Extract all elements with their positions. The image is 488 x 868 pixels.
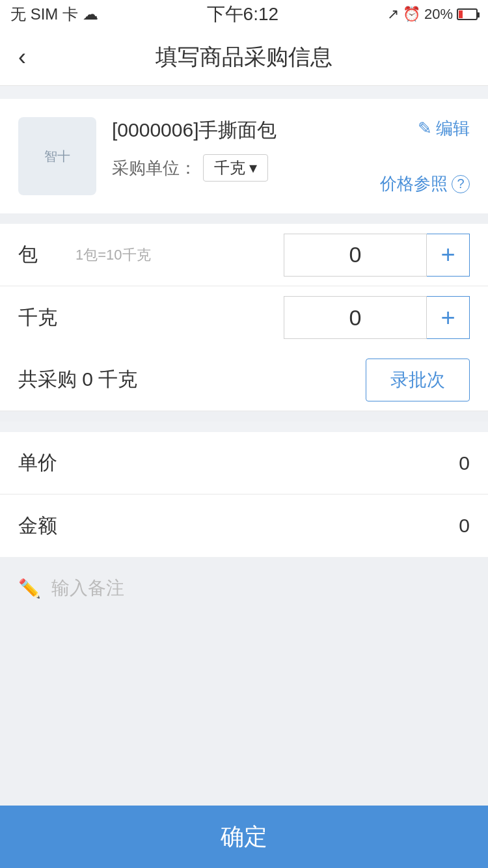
page-title: 填写商品采购信息 — [156, 42, 332, 72]
remark-section[interactable]: ✏️ 输入备注 — [0, 557, 488, 619]
no-sim-text: 无 SIM 卡 ☁ — [10, 4, 98, 25]
unit-value: 千克 — [214, 157, 245, 178]
help-icon: ? — [452, 175, 470, 193]
edit-label: 编辑 — [436, 117, 470, 140]
product-image: 智十 — [18, 117, 96, 195]
summary-text: 共采购 0 千克 — [18, 366, 137, 393]
nav-bar: ‹ 填写商品采购信息 — [0, 29, 488, 86]
kg-qty-input[interactable] — [284, 296, 427, 339]
amount-label: 金额 — [18, 513, 57, 539]
bag-input-control: + — [284, 234, 470, 277]
status-right: ↗ ⏰ 20% — [387, 6, 478, 23]
empty-space — [0, 619, 488, 815]
edit-icon: ✎ — [418, 118, 432, 139]
alarm-icon: ⏰ — [403, 6, 420, 23]
section-divider-2 — [0, 411, 488, 422]
kg-input-row: 千克 + — [0, 286, 488, 349]
unit-select[interactable]: 千克 ▾ — [203, 154, 268, 182]
input-section: 包 1包=10千克 + 千克 + — [0, 224, 488, 349]
unit-chevron-icon: ▾ — [249, 159, 257, 177]
edit-button[interactable]: ✎ 编辑 — [418, 117, 470, 140]
unit-price-value: 0 — [459, 452, 470, 474]
status-time: 下午6:12 — [207, 2, 279, 27]
kg-plus-button[interactable]: + — [427, 296, 470, 339]
status-left: 无 SIM 卡 ☁ — [10, 4, 98, 25]
bag-qty-input[interactable] — [284, 234, 427, 277]
unit-price-label: 单价 — [18, 450, 57, 476]
section-divider-1 — [0, 213, 488, 224]
bag-label: 包 — [18, 241, 70, 268]
status-bar: 无 SIM 卡 ☁ 下午6:12 ↗ ⏰ 20% — [0, 0, 488, 29]
amount-value: 0 — [459, 515, 470, 537]
bag-sublabel: 1包=10千克 — [75, 245, 284, 265]
price-ref-button[interactable]: 价格参照 ? — [380, 172, 470, 195]
bag-input-row: 包 1包=10千克 + — [0, 224, 488, 286]
location-icon: ↗ — [387, 6, 399, 23]
product-card: 智十 [0000006]手撕面包 采购单位： 千克 ▾ ✎ 编辑 价格参照 ? — [0, 99, 488, 213]
unit-price-row: 单价 0 — [0, 432, 488, 495]
unit-label: 采购单位： — [112, 157, 197, 180]
amount-row: 金额 0 — [0, 495, 488, 557]
info-section: 单价 0 金额 0 — [0, 432, 488, 557]
price-ref-label: 价格参照 — [380, 172, 448, 195]
kg-input-control: + — [284, 296, 470, 339]
remark-placeholder: 输入备注 — [51, 576, 124, 601]
battery-text: 20% — [424, 6, 453, 23]
back-button[interactable]: ‹ — [18, 44, 26, 71]
product-name: [0000006]手撕面包 — [112, 117, 470, 144]
kg-label: 千克 — [18, 305, 70, 331]
confirm-button[interactable]: 确定 — [0, 806, 488, 868]
product-image-placeholder: 智十 — [44, 148, 70, 165]
pencil-icon: ✏️ — [18, 578, 41, 599]
bag-plus-button[interactable]: + — [427, 234, 470, 277]
record-batch-button[interactable]: 录批次 — [366, 359, 470, 401]
battery-icon — [457, 8, 478, 20]
summary-row: 共采购 0 千克 录批次 — [0, 349, 488, 411]
